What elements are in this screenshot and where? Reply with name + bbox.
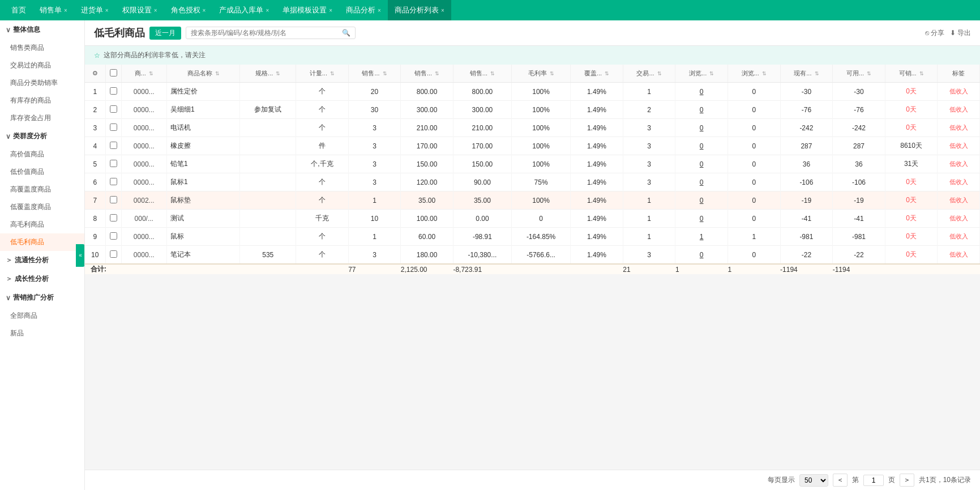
sidebar-section-marketing[interactable]: ∨ 营销推广分析: [0, 288, 84, 307]
row-view1[interactable]: 0: [675, 119, 728, 137]
close-icon[interactable]: ×: [203, 7, 206, 14]
sidebar-item-inventory-goods[interactable]: 有库存的商品: [0, 92, 84, 109]
close-icon[interactable]: ×: [105, 7, 109, 14]
col-current[interactable]: 现有... ⇅: [780, 65, 833, 83]
row-view1[interactable]: 0: [675, 137, 728, 155]
row-select-checkbox[interactable]: [110, 142, 117, 149]
col-view1[interactable]: 浏览... ⇅: [675, 65, 728, 83]
row-view1[interactable]: 0: [675, 155, 728, 173]
sidebar-item-sales-goods[interactable]: 销售类商品: [0, 39, 84, 57]
nav-permission[interactable]: 权限设置 ×: [115, 0, 164, 20]
nav-purchase[interactable]: 进货单 ×: [74, 0, 115, 20]
row-select-checkbox[interactable]: [110, 87, 117, 95]
row-select-checkbox[interactable]: [110, 232, 117, 240]
share-icon: ⎋: [925, 29, 929, 37]
col-gross-margin[interactable]: 毛利率 ⇅: [511, 65, 570, 83]
row-spec: [240, 228, 296, 246]
row-unit: 个: [296, 119, 349, 137]
sidebar-item-all-goods[interactable]: 全部商品: [0, 307, 84, 325]
row-select-checkbox[interactable]: [110, 123, 117, 131]
export-btn[interactable]: ⬇ 导出: [950, 28, 971, 38]
close-icon[interactable]: ×: [441, 7, 444, 14]
nav-product-analysis-list[interactable]: 商品分析列表 ×: [388, 0, 451, 20]
sidebar-item-capital-use[interactable]: 库存资金占用: [0, 109, 84, 127]
col-coverage[interactable]: 覆盖... ⇅: [571, 65, 623, 83]
sidebar-item-high-margin[interactable]: 高毛利商品: [0, 216, 84, 233]
page-number-input[interactable]: [863, 475, 884, 486]
row-name: 橡皮擦: [166, 137, 239, 155]
col-view2[interactable]: 浏览... ⇅: [727, 65, 780, 83]
row-view1[interactable]: 0: [675, 246, 728, 265]
col-trade[interactable]: 交易... ⇅: [623, 65, 675, 83]
nav-role[interactable]: 角色授权 ×: [164, 0, 213, 20]
share-btn[interactable]: ⎋ 分享: [925, 28, 944, 38]
row-coverage: 1.49%: [571, 246, 623, 265]
row-available: -22: [833, 246, 885, 265]
col-code[interactable]: 商... ⇅: [121, 65, 166, 83]
nav-product-analysis[interactable]: 商品分析 ×: [339, 0, 388, 20]
nav-sales[interactable]: 销售单 ×: [33, 0, 74, 20]
close-icon[interactable]: ×: [266, 7, 269, 14]
close-icon[interactable]: ×: [64, 7, 67, 14]
row-name: 鼠标垫: [166, 191, 239, 210]
row-tag: 低收入: [938, 228, 980, 246]
sidebar-item-new-goods[interactable]: 新品: [0, 325, 84, 342]
sidebar-section-overall[interactable]: ∨ 整体信息: [0, 20, 84, 39]
row-select-checkbox[interactable]: [110, 178, 117, 185]
nav-product-in[interactable]: 产成品入库单 ×: [212, 0, 276, 20]
row-view1[interactable]: 0: [675, 210, 728, 228]
row-code: 000/...: [121, 210, 166, 228]
select-all-checkbox[interactable]: [110, 69, 117, 76]
row-view1[interactable]: 0: [675, 101, 728, 119]
row-tag: 低收入: [938, 210, 980, 228]
sidebar-item-category-rate[interactable]: 商品分类助销率: [0, 74, 84, 92]
row-view1[interactable]: 0: [675, 83, 728, 101]
row-view1[interactable]: 0: [675, 173, 728, 191]
search-input[interactable]: [191, 29, 342, 37]
row-select-checkbox[interactable]: [110, 214, 117, 221]
col-sales-qty[interactable]: 销售... ⇅: [348, 65, 401, 83]
sidebar-item-low-coverage[interactable]: 低覆盖度商品: [0, 198, 84, 216]
sidebar-section-cluster[interactable]: ∨ 类群度分析: [0, 127, 84, 146]
row-view2: 0: [727, 101, 780, 119]
row-select-checkbox[interactable]: [110, 250, 117, 258]
col-sales-amount[interactable]: 销售... ⇅: [453, 65, 511, 83]
row-trade: 1: [623, 228, 675, 246]
row-coverage: 1.49%: [571, 155, 623, 173]
row-name: 鼠标: [166, 228, 239, 246]
col-sales-price[interactable]: 销售... ⇅: [401, 65, 453, 83]
sidebar-item-high-coverage[interactable]: 高覆盖度商品: [0, 181, 84, 198]
row-select-checkbox[interactable]: [110, 160, 117, 167]
total-sales-amount: -8,723.91: [453, 264, 511, 274]
table-row: 6 0000... 鼠标1 个 3 120.00 90.00 75% 1.49%…: [85, 173, 980, 191]
next-page-btn[interactable]: ＞: [900, 474, 914, 487]
col-name[interactable]: 商品名称 ⇅: [166, 65, 239, 83]
row-view1[interactable]: 0: [675, 191, 728, 210]
nav-template[interactable]: 单据模板设置 ×: [276, 0, 339, 20]
sidebar-item-low-value[interactable]: 低价值商品: [0, 163, 84, 181]
row-select-checkbox[interactable]: [110, 105, 117, 113]
close-icon[interactable]: ×: [378, 7, 381, 14]
row-select-checkbox[interactable]: [110, 196, 117, 203]
search-icon[interactable]: 🔍: [342, 29, 350, 37]
filter-recent-month-btn[interactable]: 近一月: [149, 27, 181, 40]
page-size-select[interactable]: 20 50 100: [799, 474, 828, 487]
nav-home[interactable]: 首页: [5, 0, 33, 20]
row-current: -22: [780, 246, 833, 265]
col-available[interactable]: 可用... ⇅: [833, 65, 885, 83]
col-sellable[interactable]: 可销... ⇅: [885, 65, 938, 83]
col-unit[interactable]: 计量... ⇅: [296, 65, 349, 83]
col-settings[interactable]: ⚙: [85, 65, 105, 83]
sidebar-item-traded-goods[interactable]: 交易过的商品: [0, 57, 84, 74]
sidebar-item-high-value[interactable]: 高价值商品: [0, 146, 84, 163]
sidebar-section-flow[interactable]: ＞ 流通性分析: [0, 251, 84, 270]
prev-page-btn[interactable]: ＜: [833, 474, 848, 487]
sidebar-item-low-margin[interactable]: 低毛利商品: [0, 233, 84, 251]
sidebar-section-growth[interactable]: ＞ 成长性分析: [0, 270, 84, 288]
sidebar-collapse-btn[interactable]: «: [76, 244, 85, 267]
close-icon[interactable]: ×: [154, 7, 157, 14]
row-spec: [240, 191, 296, 210]
col-spec[interactable]: 规格... ⇅: [240, 65, 296, 83]
close-icon[interactable]: ×: [329, 7, 332, 14]
row-view1[interactable]: 1: [675, 228, 728, 246]
